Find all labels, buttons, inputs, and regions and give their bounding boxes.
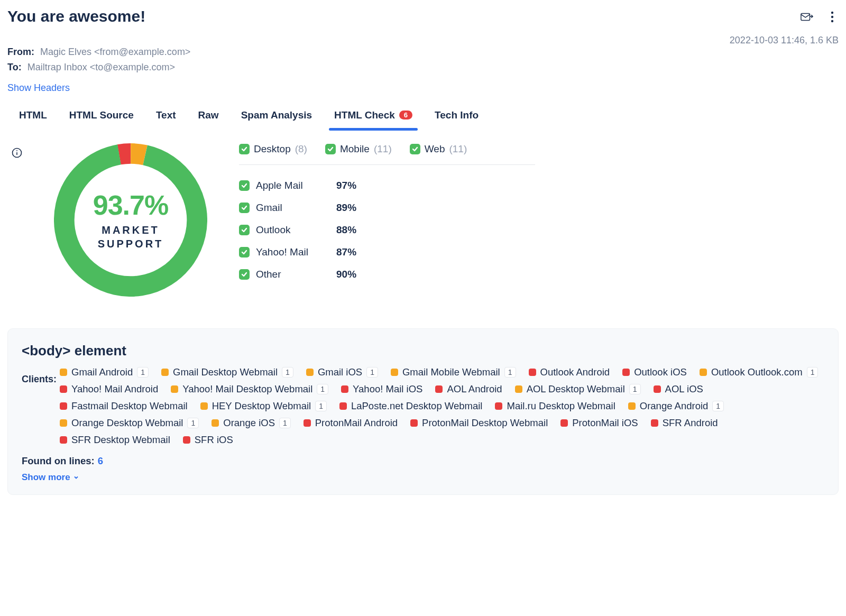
- from-value: Magic Elves <from@example.com>: [40, 47, 190, 57]
- status-dot-icon: [410, 419, 418, 427]
- status-dot-icon: [435, 385, 443, 393]
- to-label: To:: [7, 62, 22, 72]
- status-dot-icon: [700, 369, 707, 376]
- status-dot-icon: [161, 369, 169, 376]
- chip-count: 1: [279, 418, 291, 428]
- chip-label: Yahoo! Mail Android: [71, 383, 158, 395]
- client-pct: 97%: [336, 180, 356, 191]
- client-chip: Yahoo! Mail iOS: [341, 383, 422, 395]
- filter-count: (11): [449, 143, 467, 155]
- checkbox-icon: [410, 144, 420, 154]
- client-name: Apple Mail: [256, 180, 330, 191]
- issue-card: <body> element Clients: Gmail Android1Gm…: [7, 328, 839, 495]
- status-dot-icon: [515, 385, 522, 393]
- more-menu-icon[interactable]: [826, 11, 839, 23]
- tab-raw[interactable]: Raw: [198, 105, 219, 130]
- client-row[interactable]: Yahoo! Mail87%: [239, 241, 535, 263]
- chip-label: SFR iOS: [195, 434, 233, 446]
- checkbox-icon: [239, 225, 250, 235]
- market-support-donut: 93.7% MARKETSUPPORT: [54, 143, 207, 297]
- client-row[interactable]: Apple Mail97%: [239, 174, 535, 197]
- client-chip: Yahoo! Mail Desktop Webmail1: [171, 383, 328, 395]
- client-chip: AOL Desktop Webmail1: [515, 383, 641, 395]
- filter-count: (11): [374, 143, 392, 155]
- filter-web[interactable]: Web (11): [410, 143, 467, 155]
- chip-count: 1: [137, 367, 149, 378]
- clients-label: Clients:: [22, 374, 57, 385]
- client-name: Yahoo! Mail: [256, 246, 330, 258]
- filter-label: Web: [425, 143, 445, 155]
- chip-label: Outlook Outlook.com: [711, 366, 803, 378]
- client-chip: Orange Android1: [628, 400, 724, 412]
- chip-count: 1: [187, 418, 199, 428]
- checkbox-icon: [325, 144, 336, 154]
- clients-list: Gmail Android1Gmail Desktop Webmail1Gmai…: [22, 366, 824, 446]
- from-label: From:: [7, 47, 34, 57]
- tab-tech-info[interactable]: Tech Info: [435, 105, 479, 130]
- client-chip: Outlook Android: [529, 366, 610, 378]
- forward-icon[interactable]: [801, 11, 813, 23]
- client-pct: 89%: [336, 202, 356, 214]
- client-row[interactable]: Gmail89%: [239, 197, 535, 219]
- client-name: Other: [256, 269, 330, 280]
- client-chip: Yahoo! Mail Android: [60, 383, 158, 395]
- chip-label: Gmail Mobile Webmail: [402, 366, 500, 378]
- client-pct: 88%: [336, 224, 356, 236]
- client-chip: SFR Desktop Webmail: [60, 434, 170, 446]
- email-meta: 2022-10-03 11:46, 1.6 KB: [730, 35, 839, 46]
- client-chip: Orange Desktop Webmail1: [60, 417, 199, 429]
- issue-title: <body> element: [22, 343, 824, 359]
- chip-label: Yahoo! Mail iOS: [353, 383, 422, 395]
- status-dot-icon: [171, 385, 178, 393]
- page-title: You are awesome!: [7, 7, 145, 25]
- status-dot-icon: [306, 369, 314, 376]
- chip-label: Gmail iOS: [318, 366, 362, 378]
- tabs: HTML HTML Source Text Raw Spam Analysis …: [7, 105, 839, 130]
- client-chip: Gmail Desktop Webmail1: [161, 366, 293, 378]
- chip-label: Outlook iOS: [634, 366, 687, 378]
- status-dot-icon: [183, 436, 190, 444]
- show-headers-link[interactable]: Show Headers: [7, 82, 70, 94]
- chip-label: Orange iOS: [223, 417, 275, 429]
- client-row[interactable]: Other90%: [239, 263, 535, 286]
- client-chip: Outlook iOS: [622, 366, 687, 378]
- filter-mobile[interactable]: Mobile (11): [325, 143, 392, 155]
- chip-count: 1: [504, 367, 516, 378]
- show-more-link[interactable]: Show more: [22, 472, 79, 483]
- chip-label: AOL Android: [447, 383, 502, 395]
- svg-point-6: [16, 150, 17, 151]
- client-chip: Gmail iOS1: [306, 366, 378, 378]
- status-dot-icon: [622, 369, 630, 376]
- tab-text[interactable]: Text: [156, 105, 176, 130]
- chip-count: 1: [712, 401, 724, 411]
- checkbox-icon: [239, 203, 250, 213]
- checkbox-icon: [239, 247, 250, 258]
- svg-point-3: [831, 20, 833, 22]
- info-icon[interactable]: [12, 148, 22, 161]
- to-value: Mailtrap Inbox <to@example.com>: [27, 62, 175, 72]
- chip-label: Outlook Android: [540, 366, 610, 378]
- found-on-lines: Found on lines:6: [22, 455, 824, 467]
- chip-count: 1: [629, 384, 641, 394]
- tab-html-check[interactable]: HTML Check 6: [334, 105, 412, 130]
- tab-html-source[interactable]: HTML Source: [69, 105, 134, 130]
- chip-count: 1: [807, 367, 819, 378]
- client-row[interactable]: Outlook88%: [239, 219, 535, 241]
- svg-point-1: [831, 12, 833, 14]
- checkbox-icon: [239, 269, 250, 280]
- client-chip: Mail.ru Desktop Webmail: [495, 400, 615, 412]
- filter-label: Mobile: [340, 143, 370, 155]
- client-summary: Apple Mail97%Gmail89%Outlook88%Yahoo! Ma…: [239, 174, 535, 286]
- client-chip: ProtonMail iOS: [560, 417, 638, 429]
- client-chip: Outlook Outlook.com1: [700, 366, 819, 378]
- filter-desktop[interactable]: Desktop (8): [239, 143, 307, 155]
- client-pct: 87%: [336, 246, 356, 258]
- tab-spam-analysis[interactable]: Spam Analysis: [241, 105, 312, 130]
- svg-point-2: [831, 16, 833, 18]
- platform-filters: Desktop (8)Mobile (11)Web (11): [239, 143, 535, 165]
- status-dot-icon: [60, 402, 67, 410]
- found-lines-value[interactable]: 6: [98, 455, 103, 466]
- checkbox-icon: [239, 180, 250, 191]
- status-dot-icon: [651, 419, 658, 427]
- tab-html[interactable]: HTML: [19, 105, 47, 130]
